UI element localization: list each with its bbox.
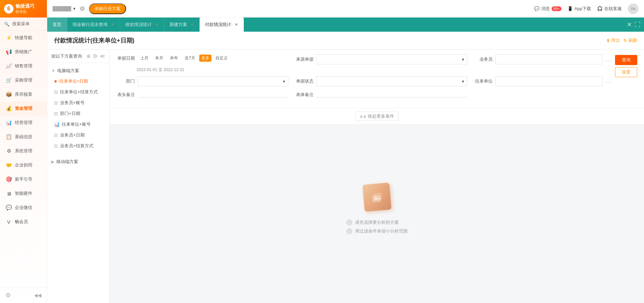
tab-bank-close[interactable]: ✕: [111, 22, 114, 27]
scheme-mobile-category[interactable]: ▶ 移动端方案: [47, 157, 109, 167]
filter-dept-item: 部门 ▾: [116, 76, 288, 86]
body-note-label: 表体备注: [295, 92, 314, 98]
topbar-settings-icon[interactable]: ⚙: [80, 5, 85, 12]
export-button[interactable]: ⬆ 导出: [606, 37, 620, 43]
filter-section: 单据日期 上月 本月 本年 近7天 更多 自定义: [110, 50, 644, 125]
date-btn-custom[interactable]: 自定义: [213, 54, 230, 62]
date-btn-last-month[interactable]: 上月: [138, 54, 151, 62]
footer-settings-icon[interactable]: ⚙: [5, 292, 11, 299]
refresh-icon: ↻: [623, 38, 627, 43]
refresh-button[interactable]: ↻ 刷新: [623, 37, 637, 43]
sidebar-item-vip[interactable]: V 畅会员: [0, 215, 47, 229]
sidebar-item-basic[interactable]: 📋 基础信息: [0, 130, 47, 144]
filter-body-note-item: 表体备注: [295, 92, 467, 98]
scheme-item-staff-date[interactable]: ⊟ 业务员+日期: [50, 130, 109, 141]
collapse-button[interactable]: ∧∧ 收起更多条件: [355, 112, 399, 121]
sidebar-item-guide[interactable]: 🎯 新手引导: [0, 172, 47, 186]
sidebar-item-inventory[interactable]: 📦 库存核算: [0, 87, 47, 101]
staff-dots[interactable]: ...: [605, 56, 612, 62]
date-btn-more[interactable]: 更多: [199, 55, 211, 62]
staff-select[interactable]: [495, 54, 603, 64]
date-btn-this-year[interactable]: 本年: [167, 54, 181, 62]
settings-button[interactable]: 设置: [615, 67, 637, 77]
sidebar-item-marketing[interactable]: 📢 营销推广: [0, 45, 47, 59]
body-note-input[interactable]: [316, 97, 467, 97]
content-area: 付款情况统计(往来单位+日期) ⬆ 导出 ↻ 刷新 按以下方案查询 ⊕: [47, 32, 644, 303]
empty-illustration: [357, 180, 397, 214]
company-selector[interactable]: ██████ ▾: [53, 6, 76, 11]
sidebar-footer: ⚙ ◀◀: [0, 287, 47, 303]
scheme-item-unit-account[interactable]: 📊 往来单位+账号: [50, 119, 109, 130]
partner-dots[interactable]: ...: [605, 78, 612, 84]
source-label: 来源单据: [295, 56, 314, 62]
tab-income-close[interactable]: ✕: [155, 22, 158, 27]
message-action[interactable]: 💬 消息 99+: [534, 6, 561, 12]
marketing-icon: 📢: [5, 49, 12, 55]
scheme-collapse-icon[interactable]: ≪: [99, 53, 105, 59]
sidebar-item-capital[interactable]: 💰 资金管理: [0, 101, 47, 116]
scheme-item-staff-account[interactable]: ⊟ 业务员+账号: [50, 97, 109, 108]
query-button[interactable]: 查询: [615, 55, 637, 65]
filter-row-2: 部门 ▾ 单据状态: [116, 76, 612, 86]
tab-close-all[interactable]: ✕: [627, 21, 632, 28]
collapse-bar: ∧∧ 收起更多条件: [110, 108, 644, 124]
scheme-desktop-category[interactable]: ▼ 电脑端方案: [47, 66, 109, 76]
sidebar-item-quick[interactable]: ⚡ 快捷导航: [0, 31, 47, 45]
filter-partner-item: 往来单位 ...: [474, 76, 612, 86]
scheme-item-icon-5: ⊟: [54, 143, 58, 149]
sidebar-nav: ⚡ 快捷导航 📢 营销推广 📈 销售管理 🛒 采购管理 📦 库存核算 💰 资金管…: [0, 31, 47, 287]
search-menu[interactable]: 🔍 搜索菜单: [0, 18, 47, 31]
service-action[interactable]: 🎧 在线客服: [597, 6, 622, 12]
sidebar-item-system[interactable]: ⚙ 系统管理: [0, 144, 47, 158]
inventory-icon: 📦: [5, 91, 12, 98]
tip-number-1: 1: [346, 219, 352, 225]
collapse-icon: ∧∧: [360, 114, 367, 119]
scheme-panel: 按以下方案查询 ⊕ ⚙ ≪ ▼ 电脑端方案 ● 往来: [47, 50, 110, 303]
action-buttons: 查询 设置: [615, 54, 637, 103]
tab-home[interactable]: 首页: [47, 18, 67, 32]
filter-row-1: 单据日期 上月 本月 本年 近7天 更多 自定义: [116, 54, 612, 64]
message-badge: 99+: [552, 6, 561, 11]
scheme-item-staff-settle[interactable]: ⊟ 业务员+结算方式: [50, 141, 109, 151]
scheme-item-unit-settle[interactable]: ⊟ 往来单位+结算方式: [50, 87, 109, 97]
tab-new-close[interactable]: ✕: [191, 22, 194, 27]
sidebar-item-smart[interactable]: 🖥 智能硬件: [0, 186, 47, 201]
capital-icon: 💰: [5, 105, 12, 112]
tab-maximize[interactable]: ⛶: [635, 21, 641, 28]
partner-select[interactable]: [495, 76, 603, 86]
filter-staff-item: 业务员 ...: [474, 54, 612, 64]
filter-docstatus-item: 单据状态 ▾: [295, 76, 467, 86]
date-btn-7days[interactable]: 近7天: [182, 54, 198, 62]
scheme-item-dept-date[interactable]: ⊟ 部门+日期: [50, 108, 109, 119]
source-select[interactable]: ▾: [316, 54, 467, 64]
dept-select[interactable]: ▾: [138, 76, 288, 86]
tab-bank[interactable]: 现金银行流水查询 ✕: [67, 18, 120, 32]
sidebar-item-wechat[interactable]: 💬 企业微信: [0, 201, 47, 215]
scheme-settings-icon[interactable]: ⚙: [93, 53, 97, 59]
docstatus-select[interactable]: ▾: [316, 76, 467, 86]
sidebar-item-operation[interactable]: 📊 经营管理: [0, 116, 47, 130]
header-note-input[interactable]: [138, 97, 288, 97]
sidebar-item-purchase[interactable]: 🛒 采购管理: [0, 73, 47, 87]
scheme-item-unit-date[interactable]: ● 往来单位+日期: [50, 76, 109, 87]
footer-collapse-icon[interactable]: ◀◀: [34, 293, 41, 298]
tab-payment-close[interactable]: ✕: [235, 22, 238, 27]
tab-payment[interactable]: 付款情况统计 ✕: [200, 18, 244, 32]
page-title: 付款情况统计(往来单位+日期): [54, 36, 135, 44]
app-download-action[interactable]: 📱 App下载: [567, 6, 591, 12]
empty-state: 1 请先选择要分析的方案 2 用过滤条件来缩小分析范围: [110, 125, 644, 303]
main-content: ██████ ▾ ⚙ 体验行业方案 💬 消息 99+ 📱 App下载 🎧 在线客…: [47, 0, 644, 303]
empty-tip-1: 1 请先选择要分析的方案: [346, 219, 408, 225]
tab-new[interactable]: 新建方案 ✕: [164, 18, 200, 32]
date-btn-this-month[interactable]: 本月: [152, 54, 166, 62]
sidebar-item-sales[interactable]: 📈 销售管理: [0, 59, 47, 73]
tab-income[interactable]: 收款情况统计 ✕: [120, 18, 164, 32]
scheme-desktop-arrow: ▼: [51, 68, 55, 73]
date-buttons: 上月 本月 本年 近7天 更多 自定义: [138, 54, 230, 62]
user-avatar[interactable]: Rit: [628, 3, 639, 14]
scheme-add-icon[interactable]: ⊕: [86, 53, 91, 59]
sidebar-item-collab[interactable]: 🤝 企业协同: [0, 158, 47, 172]
source-dropdown-icon: ▾: [462, 57, 464, 62]
trial-button[interactable]: 体验行业方案: [89, 3, 126, 14]
dept-dropdown-icon: ▾: [283, 79, 285, 84]
